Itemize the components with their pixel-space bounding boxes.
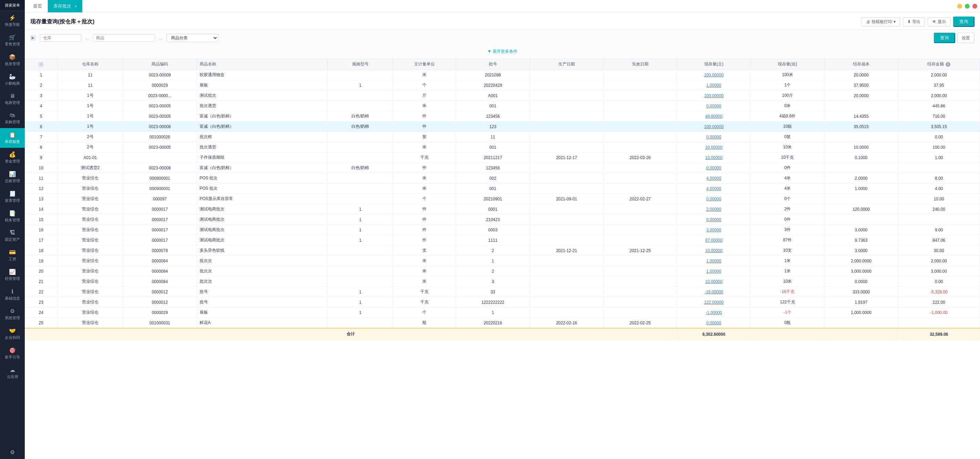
- window-close-button[interactable]: [972, 4, 977, 9]
- tab-home[interactable]: 首页: [27, 0, 48, 13]
- cell-qty-main[interactable]: 2.00000: [677, 204, 751, 215]
- cell-cost: 2.0000: [824, 173, 898, 183]
- cell-cost: [824, 163, 898, 173]
- sidebar-item-finance[interactable]: 💰 资金管理: [0, 148, 25, 167]
- cell-unit: 米: [393, 173, 456, 183]
- cell-qty-main[interactable]: 0.00000: [677, 194, 751, 204]
- cell-num: 17: [25, 235, 57, 245]
- cell-unit: 件: [393, 121, 456, 132]
- cell-unit: 千克: [393, 287, 456, 297]
- sidebar-item-label: 库存核查: [5, 139, 20, 144]
- cell-amount: 2,000.00: [898, 91, 980, 101]
- cell-qty-main[interactable]: 3.00000: [677, 225, 751, 235]
- cell-qty-main[interactable]: 4.00000: [677, 183, 751, 194]
- display-button[interactable]: 👁 显示: [928, 17, 950, 27]
- sidebar-item-invoice[interactable]: 🧾 发票管理: [0, 187, 25, 207]
- cell-exp-date: [603, 215, 677, 225]
- cell-warehouse: 1号: [57, 121, 123, 132]
- sidebar-item-basic[interactable]: ℹ 基础信息: [0, 285, 25, 304]
- tab-close-button[interactable]: ×: [75, 4, 77, 8]
- cell-code: 0023-0000...: [123, 91, 197, 101]
- export-button[interactable]: ⬇ 导出: [903, 17, 925, 27]
- sidebar-item-inventory[interactable]: 📋 库存核查: [0, 128, 25, 148]
- sidebar-item-ecommerce[interactable]: 🖥 电商管理: [0, 89, 25, 109]
- gear-button[interactable]: ⚙: [0, 446, 25, 459]
- cell-qty-main[interactable]: 0.00000: [677, 163, 751, 173]
- cell-qty-main[interactable]: 0.00000: [677, 215, 751, 225]
- cell-code: 0000017: [123, 215, 197, 225]
- cell-qty-main[interactable]: 1.00000: [677, 266, 751, 276]
- settings-btn[interactable]: 设置: [957, 33, 975, 43]
- amount-info-icon[interactable]: i: [946, 62, 950, 67]
- sidebar-item-ecommerce-goose[interactable]: 🦢 小鹅电商: [0, 70, 25, 89]
- expand-filter-button[interactable]: ▼ 展开更多条件: [487, 49, 517, 54]
- wholesale-icon: 📦: [9, 54, 16, 60]
- sidebar-item-biz[interactable]: 📈 经营管理: [0, 265, 25, 285]
- sidebar-logo[interactable]: 搜索菜单: [0, 0, 25, 11]
- sidebar-item-retail[interactable]: 🛒 零售管理: [0, 31, 25, 50]
- cell-prod-date: [530, 91, 603, 101]
- sidebar-item-label: 发票管理: [5, 198, 20, 203]
- cell-qty-main[interactable]: 10.00000: [677, 153, 751, 163]
- cell-name: 子件保质期组: [197, 153, 327, 163]
- cell-qty-main[interactable]: 0.00000: [677, 101, 751, 111]
- cell-qty-main[interactable]: 10.00000: [677, 245, 751, 256]
- cell-qty-main[interactable]: 87.00000: [677, 235, 751, 245]
- sidebar-item-quick-nav[interactable]: ⚡ 快捷导航: [0, 11, 25, 31]
- cell-qty-main[interactable]: 1.00000: [677, 256, 751, 266]
- window-maximize-button[interactable]: [965, 4, 970, 9]
- cell-name: 富减（白色/奶棉）: [197, 121, 327, 132]
- cell-amount: 10.00: [898, 194, 980, 204]
- query-button[interactable]: 查询: [953, 16, 975, 27]
- select-all-icon[interactable]: ☉: [38, 62, 44, 67]
- cell-exp-date: [603, 80, 677, 91]
- cell-qty-main[interactable]: -1.00000: [677, 308, 751, 318]
- cell-qty-main[interactable]: 49.60000: [677, 111, 751, 121]
- cell-qty-main[interactable]: 1.00000: [677, 80, 751, 91]
- cell-qty-main[interactable]: 4.00000: [677, 173, 751, 183]
- table-row: 24 营业综仓 0000029 展板 1 个 1 -1.00000 -1个 1,…: [25, 308, 980, 318]
- sidebar-item-ledger[interactable]: 📊 总账管理: [0, 167, 25, 187]
- warehouse-input[interactable]: [40, 34, 81, 41]
- sidebar-item-assets[interactable]: 🏗 固定资产: [0, 226, 25, 245]
- print-button[interactable]: 🖨 按模板打印 ▾: [862, 17, 900, 27]
- tab-inventory-batch[interactable]: 库存批次 ×: [48, 0, 83, 13]
- sidebar-item-system[interactable]: ⚙ 系统管理: [0, 304, 25, 324]
- cell-warehouse: 1号: [57, 111, 123, 121]
- product-input[interactable]: [93, 34, 155, 41]
- cell-qty-main[interactable]: 100.00000: [677, 91, 751, 101]
- cell-amount: 222.00: [898, 297, 980, 308]
- cell-code: 0023-00008: [123, 121, 197, 132]
- cell-qty-main[interactable]: 100.00000: [677, 121, 751, 132]
- cell-qty-main[interactable]: 0.00000: [677, 318, 751, 328]
- sidebar-item-collab[interactable]: 🤝 企业协同: [0, 324, 25, 344]
- window-minimize-button[interactable]: [957, 4, 962, 9]
- cell-qty-main[interactable]: 10.00000: [677, 142, 751, 153]
- cell-qty-main[interactable]: 0.00000: [677, 132, 751, 142]
- cell-qty-main[interactable]: 10.00000: [677, 276, 751, 287]
- cell-amount: 445.86: [898, 101, 980, 111]
- query-btn-filter[interactable]: 查询: [934, 33, 955, 43]
- sidebar-item-payroll[interactable]: 💳 工资: [0, 245, 25, 265]
- cell-unit: 米: [393, 276, 456, 287]
- table-wrapper[interactable]: ☉ 仓库名称 商品编码 商品名称 规格型号 主计量单位 批号 生产日期 失效日期…: [25, 59, 980, 459]
- category-select[interactable]: 商品分类: [167, 34, 218, 42]
- cell-qty-main[interactable]: 100.00000: [677, 70, 751, 80]
- th-qty-aux: 现存量(佐): [751, 59, 824, 70]
- sidebar-item-cloud[interactable]: ☁ 云应用: [0, 363, 25, 383]
- table-row: 16 营业综仓 0000017 测试电商批次 1 件 0003 3.00000 …: [25, 225, 980, 235]
- sidebar-item-wholesale[interactable]: 📦 批发管理: [0, 50, 25, 70]
- cell-num: 19: [25, 256, 57, 266]
- cell-qty-main[interactable]: 122.00000: [677, 297, 751, 308]
- cell-name: 富减（白色/奶棉）: [197, 111, 327, 121]
- sidebar-item-tax[interactable]: 📑 税务管理: [0, 207, 25, 226]
- cell-qty-main[interactable]: -16.00000: [677, 287, 751, 297]
- cell-num: 8: [25, 142, 57, 153]
- sidebar-item-purchase[interactable]: 🛍 采购管理: [0, 109, 25, 128]
- cell-code: 0023-00005: [123, 142, 197, 153]
- cell-spec: 白色/奶棉: [328, 163, 393, 173]
- cell-warehouse: 营业综仓: [57, 256, 123, 266]
- filter-toggle-icon[interactable]: ▶: [30, 35, 36, 41]
- footer-cost-total: [824, 328, 898, 340]
- sidebar-item-guide[interactable]: 🎯 新手引导: [0, 344, 25, 363]
